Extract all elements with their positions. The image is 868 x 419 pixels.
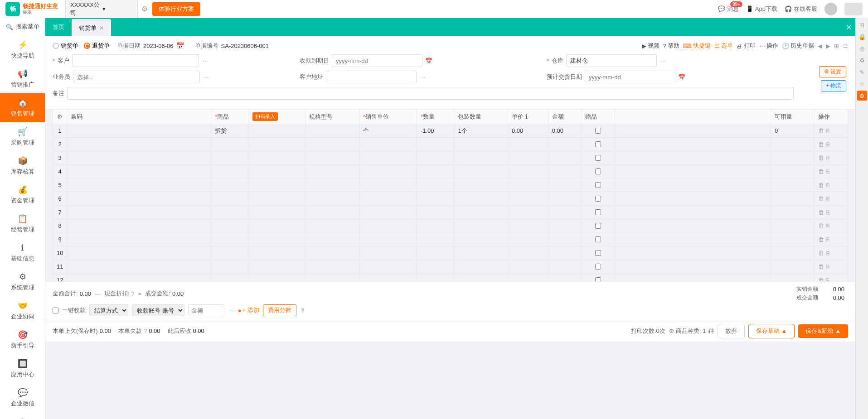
payment-account-select[interactable]: 收款账号 账号 [132, 304, 184, 316]
online-service-item[interactable]: 🎧 在线客服 [785, 5, 817, 13]
delete-icon-1[interactable]: 🗑 [818, 127, 824, 134]
delete-icon-10[interactable]: 🗑 [818, 250, 824, 256]
help-btn[interactable]: ? 帮助 [663, 42, 679, 50]
cell-gift-2[interactable] [582, 138, 615, 151]
cell-spec-2[interactable] [305, 138, 359, 151]
cell-product-7[interactable] [211, 206, 249, 219]
gear-icon[interactable]: ⚙ [141, 5, 148, 13]
cell-unit-6[interactable] [359, 192, 417, 206]
copy-icon-10[interactable]: ⎘ [826, 250, 829, 256]
cell-pack-qty-10[interactable] [454, 246, 508, 260]
sidebar-item-purchase[interactable]: 🛒 采购管理 [0, 122, 45, 151]
rpanel-lock-icon[interactable]: 🔒 [857, 32, 867, 42]
tab-sales-order[interactable]: 销货单 ✕ [72, 19, 111, 37]
cell-spec-5[interactable] [305, 178, 359, 192]
sidebar-item-inventory[interactable]: 📦 库存核算 [0, 151, 45, 180]
cell-spec-4[interactable] [305, 165, 359, 178]
rpanel-edit-icon[interactable]: ✎ [857, 67, 867, 77]
cell-pack-qty-6[interactable] [454, 192, 508, 206]
salesman-dots[interactable]: ··· [204, 73, 209, 81]
cell-unit-9[interactable] [359, 233, 417, 246]
cell-remark-8[interactable] [615, 219, 771, 233]
cell-pack-qty-4[interactable] [454, 165, 508, 178]
customer-addr-input[interactable] [326, 71, 417, 83]
cell-barcode-1[interactable] [67, 124, 211, 138]
select-btn[interactable]: ☰ 选单 [714, 42, 733, 50]
cell-product-4[interactable] [211, 165, 249, 178]
cell-unit-5[interactable] [359, 178, 417, 192]
cell-product-11[interactable] [211, 260, 249, 274]
cell-amount-6[interactable] [548, 192, 582, 206]
radio-sales-order[interactable]: 销货单 [53, 42, 78, 50]
cell-unit-3[interactable] [359, 151, 417, 165]
payment-dots[interactable]: ··· [229, 307, 234, 314]
cell-spec-3[interactable] [305, 151, 359, 165]
cell-product-12[interactable] [211, 274, 249, 282]
cell-pack-qty-2[interactable] [454, 138, 508, 151]
nav-right-icon[interactable]: ▶ [826, 43, 830, 49]
cell-gift-11[interactable] [582, 260, 615, 274]
delete-icon-5[interactable]: 🗑 [818, 182, 824, 188]
cell-quantity-7[interactable] [417, 206, 454, 219]
cell-price-9[interactable] [508, 233, 548, 246]
sidebar-item-app-center[interactable]: 🔲 应用中心 [0, 354, 45, 383]
one-click-payment-checkbox[interactable] [53, 308, 58, 313]
copy-icon-4[interactable]: ⎘ [826, 168, 829, 175]
delete-icon-2[interactable]: 🗑 [818, 141, 824, 148]
cell-unit-1[interactable]: 个 [359, 124, 417, 138]
cell-amount-1[interactable]: 0.00 [548, 124, 582, 138]
cell-barcode-5[interactable] [67, 178, 211, 192]
cell-spec-6[interactable] [305, 192, 359, 206]
cell-barcode-7[interactable] [67, 206, 211, 219]
copy-icon-3[interactable]: ⎘ [826, 154, 829, 161]
cell-unit-7[interactable] [359, 206, 417, 219]
cell-product-9[interactable] [211, 233, 249, 246]
cell-price-3[interactable] [508, 151, 548, 165]
cell-gift-1[interactable] [582, 124, 615, 138]
cell-barcode-10[interactable] [67, 246, 211, 260]
cell-gift-7[interactable] [582, 206, 615, 219]
copy-icon-7[interactable]: ⎘ [826, 209, 829, 216]
cell-quantity-8[interactable] [417, 219, 454, 233]
rpanel-refresh-icon[interactable]: ♻ [857, 55, 867, 65]
company-selector[interactable]: XXXXXX公司 ▾ [65, 0, 138, 19]
copy-icon-12[interactable]: ⎘ [826, 277, 829, 281]
cell-price-1[interactable]: 0.00 [508, 124, 548, 138]
cell-barcode-3[interactable] [67, 151, 211, 165]
cell-gift-9[interactable] [582, 233, 615, 246]
cell-quantity-6[interactable] [417, 192, 454, 206]
cell-spec-1[interactable] [305, 124, 359, 138]
cell-unit-2[interactable] [359, 138, 417, 151]
expected-date-input[interactable] [585, 71, 675, 83]
cell-product-2[interactable] [211, 138, 249, 151]
video-btn[interactable]: ▶ 视频 [642, 42, 659, 50]
cell-quantity-5[interactable] [417, 178, 454, 192]
cell-amount-2[interactable] [548, 138, 582, 151]
cell-amount-10[interactable] [548, 246, 582, 260]
cell-price-8[interactable] [508, 219, 548, 233]
cell-barcode-4[interactable] [67, 165, 211, 178]
note-input[interactable] [67, 87, 794, 100]
cell-remark-6[interactable] [615, 192, 771, 206]
cell-price-5[interactable] [508, 178, 548, 192]
cell-amount-12[interactable] [548, 274, 582, 282]
add-payment-btn[interactable]: ● + 添加 [238, 306, 259, 314]
cell-amount-5[interactable] [548, 178, 582, 192]
th-settings[interactable]: ⚙ [53, 110, 67, 124]
cell-barcode-6[interactable] [67, 192, 211, 206]
cell-unit-8[interactable] [359, 219, 417, 233]
cell-remark-7[interactable] [615, 206, 771, 219]
rpanel-grid-icon[interactable]: ⊞ [857, 20, 867, 30]
cell-unit-10[interactable] [359, 246, 417, 260]
copy-icon-2[interactable]: ⎘ [826, 141, 829, 148]
cell-amount-11[interactable] [548, 260, 582, 274]
cell-remark-12[interactable] [615, 274, 771, 282]
cell-gift-12[interactable] [582, 274, 615, 282]
expense-btn[interactable]: 费用分摊 [263, 304, 296, 316]
sidebar-item-search[interactable]: 🔍 搜索菜单 [0, 18, 45, 35]
cell-pack-qty-5[interactable] [454, 178, 508, 192]
delete-icon-8[interactable]: 🗑 [818, 222, 824, 229]
cell-price-7[interactable] [508, 206, 548, 219]
debt-help-icon[interactable]: ? [144, 327, 147, 334]
cell-gift-8[interactable] [582, 219, 615, 233]
